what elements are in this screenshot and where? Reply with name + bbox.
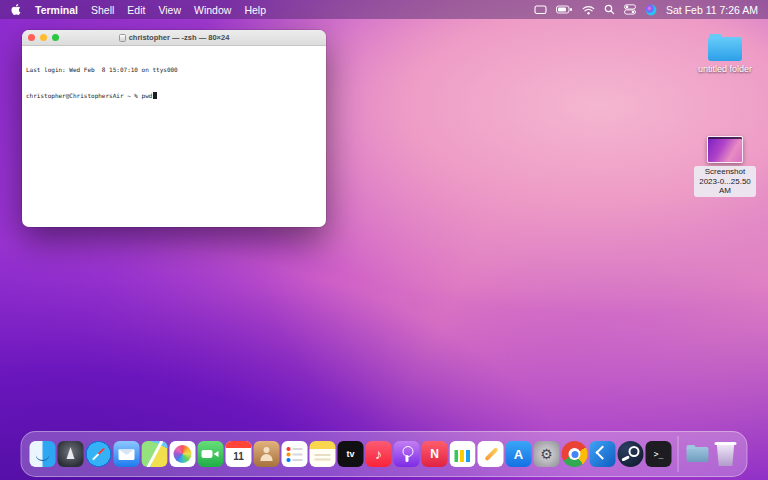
apple-menu[interactable] xyxy=(10,3,22,17)
screenshot-label: Screenshot 2023-0...25.50 AM xyxy=(694,166,756,197)
pages-dock-icon[interactable] xyxy=(478,441,504,467)
menubar: Terminal Shell Edit View Window Help Sat… xyxy=(0,0,768,19)
terminal-window-titlebar[interactable]: christopher — -zsh — 80×24 xyxy=(22,30,326,46)
tv-dock-icon[interactable]: tv xyxy=(338,441,364,467)
siri-icon[interactable] xyxy=(645,4,657,16)
contacts-dock-icon[interactable] xyxy=(254,441,280,467)
zoom-button[interactable] xyxy=(52,34,59,41)
facetime-dock-icon[interactable] xyxy=(198,441,224,467)
terminal-title-text: christopher — -zsh — 80×24 xyxy=(129,33,230,42)
terminal-last-login-line: Last login: Wed Feb 8 15:07:10 on ttys00… xyxy=(26,66,322,75)
chrome-dock-icon[interactable] xyxy=(562,441,588,467)
search-icon[interactable] xyxy=(604,4,615,15)
trash-dock-icon[interactable] xyxy=(713,441,739,467)
menubar-status-area: Sat Feb 11 7:26 AM xyxy=(534,4,758,16)
terminal-glyph: >_ xyxy=(654,450,664,459)
menu-window[interactable]: Window xyxy=(194,4,231,16)
dock-separator xyxy=(678,436,679,472)
folder-icon[interactable] xyxy=(708,37,742,61)
terminal-dock-icon[interactable]: >_ xyxy=(646,441,672,467)
menubar-clock[interactable]: Sat Feb 11 7:26 AM xyxy=(666,4,758,16)
wifi-icon[interactable] xyxy=(582,5,595,15)
podcasts-dock-icon[interactable] xyxy=(394,441,420,467)
notes-dock-icon[interactable] xyxy=(310,441,336,467)
menu-view[interactable]: View xyxy=(158,4,181,16)
traffic-lights xyxy=(28,34,59,41)
calendar-dock-icon[interactable]: 11 xyxy=(226,441,252,467)
screenshot-label-line2: 2023-0...25.50 AM xyxy=(697,177,753,196)
reminders-dock-icon[interactable] xyxy=(282,441,308,467)
music-dock-icon[interactable]: ♪ xyxy=(366,441,392,467)
dock: 11 tv ♪ N A ⚙ >_ xyxy=(21,431,748,477)
terminal-doc-icon xyxy=(119,34,126,42)
terminal-window: christopher — -zsh — 80×24 Last login: W… xyxy=(22,30,326,227)
photos-dock-icon[interactable] xyxy=(170,441,196,467)
desktop-icon-screenshot[interactable]: Screenshot 2023-0...25.50 AM xyxy=(694,136,756,197)
mail-dock-icon[interactable] xyxy=(114,441,140,467)
menubar-left: Terminal Shell Edit View Window Help xyxy=(10,3,266,17)
battery-icon[interactable] xyxy=(556,5,573,14)
maps-dock-icon[interactable] xyxy=(142,441,168,467)
terminal-cursor xyxy=(153,92,157,99)
screenshot-thumbnail-icon[interactable] xyxy=(707,136,743,163)
steam-dock-icon[interactable] xyxy=(618,441,644,467)
menu-help[interactable]: Help xyxy=(244,4,266,16)
minimize-button[interactable] xyxy=(40,34,47,41)
screenshot-label-line1: Screenshot xyxy=(697,167,753,177)
control-center-icon[interactable] xyxy=(624,4,636,15)
launchpad-dock-icon[interactable] xyxy=(58,441,84,467)
music-note-glyph: ♪ xyxy=(375,446,382,462)
app-store-glyph: A xyxy=(514,447,523,462)
menubar-app-name[interactable]: Terminal xyxy=(35,4,78,16)
gear-icon: ⚙ xyxy=(540,446,553,462)
news-dock-icon[interactable]: N xyxy=(422,441,448,467)
vscode-dock-icon[interactable] xyxy=(590,441,616,467)
downloads-folder-dock-icon[interactable] xyxy=(685,441,711,467)
calendar-date-text: 11 xyxy=(233,452,244,462)
app-store-dock-icon[interactable]: A xyxy=(506,441,532,467)
terminal-content[interactable]: Last login: Wed Feb 8 15:07:10 on ttys00… xyxy=(22,46,326,120)
apple-logo-icon xyxy=(10,3,22,17)
terminal-command: pwd xyxy=(142,92,153,99)
numbers-dock-icon[interactable] xyxy=(450,441,476,467)
terminal-prompt-line: christopher@ChristophersAir ~ % pwd xyxy=(26,92,322,101)
safari-dock-icon[interactable] xyxy=(86,441,112,467)
menu-edit[interactable]: Edit xyxy=(127,4,145,16)
tv-glyph: tv xyxy=(346,449,354,459)
finder-dock-icon[interactable] xyxy=(30,441,56,467)
news-glyph: N xyxy=(430,447,439,461)
desktop: { "menubar": { "app_name": "Terminal", "… xyxy=(0,0,768,480)
terminal-prompt: christopher@ChristophersAir ~ % xyxy=(26,92,142,99)
terminal-window-title: christopher — -zsh — 80×24 xyxy=(22,33,326,42)
system-preferences-dock-icon[interactable]: ⚙ xyxy=(534,441,560,467)
menu-shell[interactable]: Shell xyxy=(91,4,114,16)
close-button[interactable] xyxy=(28,34,35,41)
desktop-icon-untitled-folder[interactable]: untitled folder xyxy=(690,33,760,74)
display-icon[interactable] xyxy=(534,5,547,15)
folder-label: untitled folder xyxy=(690,64,760,74)
